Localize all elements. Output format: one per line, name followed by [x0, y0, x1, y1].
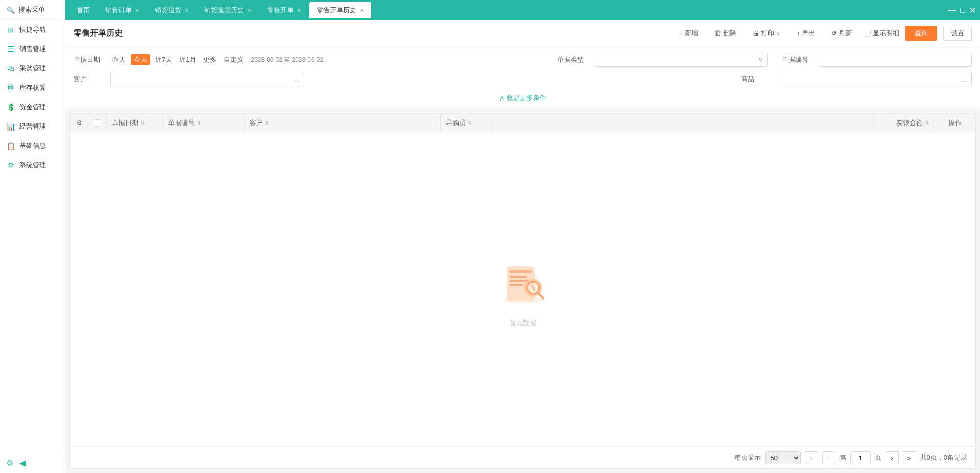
table-header: ⚙ 单据日期 ⇅ 单据编号 ⇅ 客户 ⇅ 导购员 — [70, 114, 975, 132]
close-icon[interactable]: ✕ — [969, 6, 976, 15]
xiaoshou-icon: ☰ — [6, 44, 15, 54]
date-7days[interactable]: 近7天 — [153, 54, 174, 65]
tab-close-icon[interactable]: ✕ — [297, 8, 301, 13]
tab-close-icon[interactable]: ✕ — [135, 8, 139, 13]
per-page-select[interactable]: 50 10 20 100 — [765, 451, 801, 464]
delete-label: 🗑 删除 — [714, 29, 736, 38]
goods-label: 商品 — [741, 74, 770, 84]
sidebar-item-kucun[interactable]: 🏛 库存核算 — [0, 78, 65, 97]
filter-collapse[interactable]: ∧ 收起更多条件 — [74, 91, 972, 107]
print-button[interactable]: 🖨 打印 ∨ — [748, 27, 786, 40]
svg-rect-3 — [509, 276, 527, 278]
sidebar-item-zijin[interactable]: 💲 资金管理 — [0, 97, 65, 117]
zijin-icon: 💲 — [6, 103, 15, 112]
tab-retail-open-label: 零售开单 — [267, 6, 294, 15]
sidebar-bottom: ⚙ ◀ — [0, 453, 65, 473]
th-guide[interactable]: 导购员 ⇅ — [441, 114, 492, 132]
tab-retail-open[interactable]: 零售开单 ✕ — [260, 2, 308, 18]
settings-icon[interactable]: ⚙ — [6, 458, 13, 468]
tab-close-icon[interactable]: ✕ — [247, 8, 252, 13]
sidebar-item-jichu[interactable]: 📋 基础信息 — [0, 136, 65, 156]
sort-icon: ⇅ — [925, 120, 929, 126]
page-input[interactable] — [850, 451, 871, 464]
delete-button[interactable]: 🗑 删除 — [709, 27, 742, 40]
sidebar-item-caigou[interactable]: 🛍 采购管理 — [0, 59, 65, 78]
svg-rect-2 — [509, 270, 532, 273]
goods-placeholder: ... — [962, 76, 967, 83]
sidebar-item-label: 库存核算 — [19, 83, 46, 92]
xitong-icon: ⚙ — [6, 161, 15, 170]
last-page-button[interactable]: » — [903, 451, 916, 464]
tab-sales-return-hist[interactable]: 销货退货历史 ✕ — [197, 2, 259, 18]
filter-row-1: 单据日期 昨天 今天 近7天 近1月 更多 自定义 2023-06-02 至 2… — [74, 53, 972, 67]
sidebar-item-label: 系统管理 — [19, 161, 46, 170]
sidebar-item-label: 销售管理 — [19, 44, 46, 54]
tab-close-icon[interactable]: ✕ — [184, 8, 189, 13]
sidebar-item-label: 采购管理 — [19, 64, 46, 73]
sort-icon: ⇅ — [197, 120, 201, 126]
add-label: + 新增 — [679, 29, 698, 38]
tab-retail-open-hist[interactable]: 零售开单历史 ✕ — [309, 2, 371, 18]
minimize-icon[interactable]: — — [948, 6, 956, 15]
next-page-button[interactable]: › — [886, 451, 899, 464]
sidebar-search-label: 搜索采单 — [18, 5, 45, 14]
add-button[interactable]: + 新增 — [674, 27, 703, 40]
sidebar-item-label: 基础信息 — [19, 141, 46, 151]
th-num[interactable]: 单据编号 ⇅ — [163, 114, 245, 132]
th-check[interactable] — [88, 114, 107, 132]
page-suffix: 页 — [875, 453, 881, 462]
display-detail-label: 显示明细 — [873, 29, 899, 38]
gear-icon: ⚙ — [76, 119, 82, 127]
th-amount-label: 实销金额 — [896, 118, 923, 128]
th-client[interactable]: 客户 ⇅ — [245, 114, 441, 132]
sort-icon: ⇅ — [140, 120, 145, 126]
jichu-icon: 📋 — [6, 141, 15, 151]
goods-input[interactable]: ... — [778, 72, 972, 86]
kucun-icon: 🏛 — [6, 83, 15, 92]
main: 首页 销售订单 ✕ 销货退货 ✕ 销货退货历史 ✕ 零售开单 ✕ 零售开单历史 … — [65, 0, 980, 473]
sidebar-item-label: 经营管理 — [19, 122, 46, 131]
first-icon: « — [809, 454, 813, 462]
date-1month[interactable]: 近1月 — [177, 54, 198, 65]
tab-sales-order[interactable]: 销售订单 ✕ — [98, 2, 147, 18]
prev-page-button[interactable]: ‹ — [822, 451, 835, 464]
settings-button[interactable]: 设置 — [943, 26, 972, 41]
empty-text: 暂无数据 — [510, 318, 536, 328]
first-page-button[interactable]: « — [805, 451, 818, 464]
refresh-label: ↺ 刷新 — [831, 29, 852, 38]
date-label: 单据日期 — [74, 55, 102, 64]
refresh-button[interactable]: ↺ 刷新 — [826, 27, 857, 40]
client-input[interactable]: ... — [110, 72, 304, 86]
num-input[interactable] — [819, 53, 972, 67]
sidebar-item-xiaoshou[interactable]: ☰ 销售管理 — [0, 39, 65, 59]
th-date[interactable]: 单据日期 ⇅ — [107, 114, 163, 132]
content: 零售开单历史 + 新增 🗑 删除 🖨 打印 ∨ ↑ 导出 ↺ 刷新 — [65, 20, 980, 473]
date-today[interactable]: 今天 — [131, 54, 150, 65]
prev-icon: ‹ — [827, 454, 829, 462]
sidebar-item-kuaijie[interactable]: ⊞ 快捷导航 — [0, 20, 65, 39]
maximize-icon[interactable]: □ — [960, 6, 965, 15]
print-arrow-icon: ∨ — [776, 30, 780, 37]
date-more[interactable]: 更多 — [201, 54, 219, 65]
tab-sales-return[interactable]: 销货退货 ✕ — [148, 2, 196, 18]
tab-home[interactable]: 首页 — [69, 2, 97, 18]
sidebar-search[interactable]: 🔍 搜索采单 — [0, 0, 65, 20]
th-amount[interactable]: 实销金额 ⇅ — [873, 114, 935, 132]
date-custom[interactable]: 自定义 — [222, 54, 246, 65]
sidebar-item-xitong[interactable]: ⚙ 系统管理 — [0, 156, 65, 175]
query-button[interactable]: 查询 — [905, 26, 937, 41]
tab-close-icon[interactable]: ✕ — [360, 8, 364, 13]
filter-row-2: 客户 ... 商品 ... — [74, 72, 972, 86]
th-gear[interactable]: ⚙ — [70, 114, 88, 132]
export-label: ↑ 导出 — [797, 29, 815, 38]
export-button[interactable]: ↑ 导出 — [792, 27, 820, 40]
collapse-icon[interactable]: ◀ — [19, 458, 26, 468]
sidebar-item-jingying[interactable]: 📊 经营管理 — [0, 117, 65, 136]
display-detail-checkbox[interactable]: 显示明细 — [864, 29, 899, 38]
checkbox-icon — [864, 30, 871, 37]
date-yesterday[interactable]: 昨天 — [110, 54, 128, 65]
svg-rect-5 — [509, 284, 523, 286]
type-select[interactable]: ∨ — [594, 53, 768, 67]
svg-rect-4 — [509, 280, 530, 282]
print-label: 🖨 打印 — [753, 29, 775, 38]
